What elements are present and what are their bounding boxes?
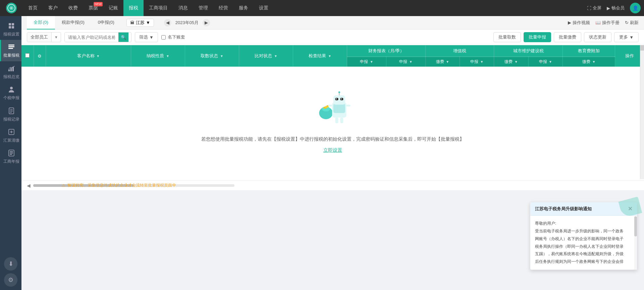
svg-rect-8 [8,69,10,71]
svg-rect-14 [10,111,13,112]
employee-select[interactable]: 全部员工 ▼ [27,32,61,42]
clearance-icon [8,128,15,137]
fullscreen-btn[interactable]: ⛶ 全屏 [587,5,601,11]
nav-fee[interactable]: 收费 [63,0,83,16]
annual-report-icon [8,149,15,158]
vip-icon: ▶ [607,6,610,11]
tab-all[interactable]: 全部(0) [27,16,55,29]
personal-tax-label: 个税申报 [3,95,19,100]
tabs-bar: 全部(0) 税款申报(0) 0申报(0) 🏛 江苏 ▼ ◀ 2023年05月 ▶… [21,16,644,29]
nav-operation[interactable]: 经营 [213,0,233,16]
table-checkbox-header[interactable] [21,45,34,67]
nav-home[interactable]: 首页 [23,0,43,16]
batch-fetch-btn[interactable]: 批量取数 [493,32,521,42]
employee-select-arrow: ▼ [52,32,61,42]
svg-rect-18 [10,151,13,152]
current-month: 2023年05月 [175,20,199,26]
nav-tax[interactable]: 报税 [123,0,144,16]
svg-rect-35 [328,105,332,107]
nav-manage[interactable]: 管理 [193,0,213,16]
svg-rect-6 [8,46,14,47]
nav-items: 首页 客户 收费 票据 NEW 记账 报税 工商项目 消息 管理 经营 服务 设… [19,0,587,16]
more-btn[interactable]: 更多 ▼ [614,32,639,42]
status-update-btn[interactable]: 状态更新 [584,32,611,42]
col-fetch-status: 取数状态 ▼ [185,45,239,67]
col-edu-declare: 申报 ▼ [528,57,562,67]
empty-text: 若您想使用批量报税功能，请先在【报税设置】中进行报税的初始化设置，完成密码验证和… [201,135,464,143]
sidebar-item-batch-tax[interactable]: 批量报税 [0,40,21,61]
sidebar-item-annual-report[interactable]: 工商年报 [0,146,21,167]
search-box: 🔍 [64,32,131,42]
batch-tax-icon [8,43,15,52]
table-settings-header[interactable]: ⚙ [34,45,46,67]
nav-service[interactable]: 服务 [233,0,254,16]
tax-settings-label: 报税设置 [3,32,19,37]
toolbar-right: 批量取数 批量申报 批量缴费 状态更新 更多 ▼ [493,32,639,42]
region-selector[interactable]: 🏛 江苏 ▼ [126,19,154,27]
sidebar-item-tax-settings[interactable]: 报税设置 [0,19,21,40]
operation-video-btn[interactable]: ▶ 操作视频 [568,20,590,26]
col-compare-status: 比对状态 ▼ [239,45,293,67]
col-financial-declare: 申报 ▼ [347,57,386,67]
tab-tax-declare[interactable]: 税款申报(0) [55,16,91,29]
download-btn[interactable]: ⬇ [4,257,17,271]
nav-invoice[interactable]: 票据 NEW [83,0,103,16]
sidebar-item-personal-tax[interactable]: 个税申报 [0,82,21,103]
logo[interactable] [3,0,19,16]
nav-biz[interactable]: 工商项目 [144,0,173,16]
col-customer-name: 客户名称 ▼ [46,45,131,67]
batch-pay-btn[interactable]: 批量缴费 [554,32,581,42]
setup-link[interactable]: 立即设置 [323,147,342,153]
tax-settings-icon [8,22,15,30]
refresh-btn[interactable]: ↻ 刷新 [625,20,639,26]
svg-rect-15 [10,112,12,113]
notification-title: 江苏电子税务局升级影响通知 [535,206,592,212]
manual-icon: 📖 [595,20,601,25]
accounts-checkbox[interactable] [161,35,166,40]
col-financial-report: 财务报表（月/季） [347,45,426,57]
search-button[interactable]: 🔍 [118,32,128,42]
vip-btn[interactable]: ▶ 畅会员 [607,5,625,11]
col-urban-tax: 城市维护建设税 [494,45,563,57]
select-all-checkbox[interactable] [25,53,30,58]
nav-settings[interactable]: 设置 [254,0,274,16]
video-icon: ▶ [568,20,571,25]
scroll-left-btn[interactable]: ◀ [27,183,31,188]
svg-rect-31 [336,98,337,99]
search-input[interactable] [65,32,118,42]
help-btn[interactable]: ⚙ [4,273,17,287]
svg-rect-38 [340,118,343,123]
table-container: ⚙ 客户名称 ▼ 纳税性质 ▼ 取数状态 ▼ 比对状态 ▼ 检查结果 ▼ 财务报… [21,45,644,180]
sidebar-item-tax-overview[interactable]: 报税总览 [0,61,21,82]
tax-overview-label: 报税总览 [3,74,19,79]
nav-msg[interactable]: 消息 [173,0,193,16]
sidebar-item-clearance[interactable]: 汇算清缴 [0,125,21,146]
filter-button[interactable]: 筛选 ▼ [135,32,158,42]
refresh-icon: ↻ [625,20,629,25]
nav-customer[interactable]: 客户 [43,0,63,16]
more-icon: ▼ [629,35,634,40]
sidebar-item-tax-records[interactable]: 报税记录 [0,104,21,125]
avatar[interactable]: 👤 [630,3,641,13]
sidebar-bottom: ⬇ ⚙ [4,257,17,287]
table-right-scrollbar[interactable] [640,45,644,179]
checkbox-accounts[interactable]: 名下账套 [161,34,185,40]
col-edu-pay: 缴费 ▼ [563,57,615,67]
top-navigation: 首页 客户 收费 票据 NEW 记账 报税 工商项目 消息 管理 经营 服务 设… [0,0,644,16]
tab-zero-declare[interactable]: 0申报(0) [91,16,121,29]
bottom-warning: ⚠ 验证账密、采集信息均成功的企业才会流转至批量报税页面中 [62,183,176,188]
prev-month-btn[interactable]: ◀ [164,19,171,26]
notification-scrollbar[interactable] [634,216,637,270]
fullscreen-icon: ⛶ [587,6,591,11]
sidebar: 报税设置 批量报税 报税总览 个税 [0,16,21,290]
svg-rect-36 [346,105,351,107]
clearance-label: 汇算清缴 [3,138,19,143]
operation-manual-btn[interactable]: 📖 操作手册 [595,20,620,26]
next-month-btn[interactable]: ▶ [203,19,210,26]
svg-rect-9 [10,68,12,71]
region-icon: 🏛 [130,20,135,25]
batch-declare-btn[interactable]: 批量申报 [524,32,551,42]
nav-accounting[interactable]: 记账 [103,0,123,16]
annual-report-label: 工商年报 [3,159,19,164]
notification-panel: 江苏电子税务局升级影响通知 ✕ 尊敬的用户:受当前电子税务局进一步升级的影响，同… [530,202,637,270]
